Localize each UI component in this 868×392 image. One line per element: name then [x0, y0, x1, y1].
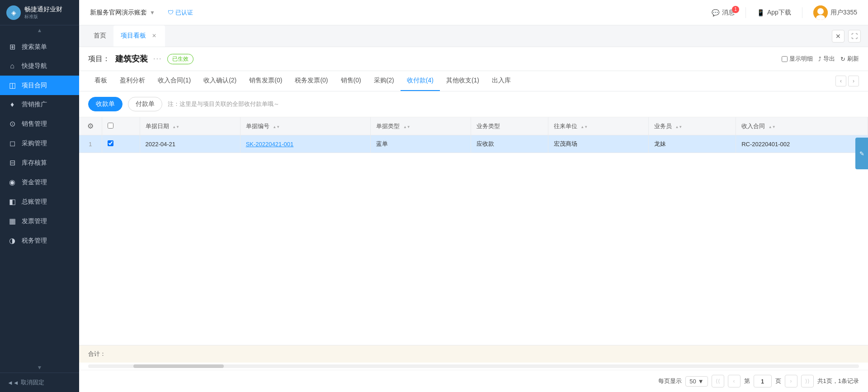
sub-tab-sales[interactable]: 销售(0)	[335, 71, 368, 91]
sub-tabs: 看板 盈利分析 收入合同(1) 收入确认(2) 销售发票(0) 税务发票(0) …	[79, 71, 868, 91]
row-number[interactable]: SK-20220421-001	[240, 135, 371, 153]
sidebar-item-ledger-mgmt[interactable]: ◧ 总账管理	[0, 192, 79, 211]
show-detail-checkbox[interactable]: 显示明细	[782, 55, 813, 63]
sub-tab-other-expense[interactable]: 其他收支(1)	[440, 71, 486, 91]
sidebar-item-label: 库存核算	[22, 159, 47, 167]
partner-column-header[interactable]: 往来单位 ▲▼	[548, 117, 648, 135]
tab-maximize-button[interactable]: ⛶	[848, 30, 861, 43]
project-header: 项目： 建筑安装 ··· 已生效 显示明细 ⤴ 导出 ↻ 刷新	[79, 47, 868, 71]
row-partner: 宏茂商场	[548, 135, 648, 153]
sidebar-scroll-up[interactable]: ▲	[0, 25, 79, 35]
page-size-selector[interactable]: 50 ▼	[685, 376, 708, 387]
app-download-button[interactable]: 📱 App下载	[753, 7, 795, 19]
filter-bar: 收款单 付款单 注：这里是与项目关联的全部收付款单哦～	[79, 91, 868, 117]
scrollbar-track[interactable]	[88, 364, 859, 368]
tab-close-window-button[interactable]: ✕	[832, 30, 844, 43]
payment-filter-button[interactable]: 付款单	[128, 97, 162, 111]
sidebar-item-label: 总账管理	[22, 198, 47, 206]
user-menu-button[interactable]: 用户3355	[810, 4, 861, 22]
refresh-button[interactable]: ↻ 刷新	[840, 55, 859, 63]
sub-tab-prev-arrow[interactable]: ‹	[835, 76, 846, 86]
row-biz-type: 应收款	[471, 135, 548, 153]
sidebar-pin-toggle[interactable]: ◄◄ 取消固定	[0, 373, 79, 392]
settings-column-header[interactable]: ⚙	[79, 117, 102, 135]
table-header: ⚙ 单据日期 ▲▼ 单据编号 ▲▼	[79, 117, 868, 135]
income-contract-column-header[interactable]: 收入合同 ▲▼	[736, 117, 868, 135]
divider	[745, 7, 746, 18]
sidebar-item-tax-mgmt[interactable]: ◑ 税务管理	[0, 231, 79, 250]
tab-close-icon[interactable]: ✕	[151, 32, 158, 39]
last-page-button[interactable]: ⟩⟩	[801, 375, 814, 387]
table-footer: 合计：	[79, 345, 868, 363]
number-sort-icon[interactable]: ▲▼	[273, 125, 280, 129]
next-page-button[interactable]: ›	[785, 375, 797, 387]
receipt-filter-button[interactable]: 收款单	[88, 97, 123, 111]
sidebar-item-sales-mgmt[interactable]: ⊙ 销售管理	[0, 114, 79, 134]
type-column-header[interactable]: 单据类型 ▲▼	[371, 117, 471, 135]
prev-page-button[interactable]: ‹	[728, 375, 741, 387]
sub-tab-purchase[interactable]: 采购(2)	[368, 71, 401, 91]
sidebar-item-purchase-mgmt[interactable]: ◻ 采购管理	[0, 134, 79, 153]
salesman-sort-icon[interactable]: ▲▼	[675, 125, 682, 129]
marketing-icon: ♦	[7, 100, 17, 109]
export-label: 导出	[823, 55, 835, 63]
sub-tab-sales-invoice[interactable]: 销售发票(0)	[243, 71, 288, 91]
sub-tab-next-arrow[interactable]: ›	[848, 76, 859, 86]
type-sort-icon[interactable]: ▲▼	[403, 125, 410, 129]
select-all-checkbox[interactable]	[108, 123, 113, 129]
app-name: 畅捷通好业财	[24, 5, 62, 13]
row-type: 蓝单	[371, 135, 471, 153]
number-column-header[interactable]: 单据编号 ▲▼	[240, 117, 371, 135]
feedback-button[interactable]: ✎	[855, 138, 868, 169]
sidebar-item-label: 营销推广	[22, 100, 47, 109]
sub-tab-profit[interactable]: 盈利分析	[113, 71, 151, 91]
sub-tab-board[interactable]: 看板	[88, 71, 113, 91]
sidebar-item-invoice-mgmt[interactable]: ▦ 发票管理	[0, 211, 79, 231]
project-more-icon[interactable]: ···	[153, 55, 162, 63]
tab-actions: ✕ ⛶	[832, 30, 861, 43]
sub-tab-income-confirm[interactable]: 收入确认(2)	[197, 71, 243, 91]
scrollbar-thumb[interactable]	[133, 364, 224, 368]
sub-tab-warehouse[interactable]: 出入库	[486, 71, 517, 91]
sales-mgmt-icon: ⊙	[7, 120, 17, 128]
partner-sort-icon[interactable]: ▲▼	[580, 125, 588, 129]
date-column-header[interactable]: 单据日期 ▲▼	[140, 117, 240, 135]
tabbar: 首页 项目看板 ✕ ✕ ⛶	[79, 25, 868, 47]
pagination: 每页显示 50 ▼ ⟨⟨ ‹ 第 页 › ⟩⟩ 共1页，1条记录	[79, 370, 868, 392]
sidebar-scroll-down[interactable]: ▼	[0, 363, 79, 373]
sidebar-item-quick-nav[interactable]: ⌂ 快捷导航	[0, 57, 79, 76]
table-row[interactable]: 1 2022-04-21 SK-20220421-001 蓝单 应收款 宏茂商场…	[79, 135, 868, 153]
sidebar: ◈ 畅捷通好业财 标准版 ▲ ⊞ 搜索菜单 ⌂ 快捷导航 ◫ 项目合同 ♦ 营销…	[0, 0, 79, 392]
salesman-column-header[interactable]: 业务员 ▲▼	[648, 117, 736, 135]
sidebar-item-inventory[interactable]: ⊟ 库存核算	[0, 153, 79, 172]
show-detail-input[interactable]	[782, 56, 788, 62]
avatar	[813, 5, 828, 20]
sidebar-item-marketing[interactable]: ♦ 营销推广	[0, 95, 79, 114]
export-button[interactable]: ⤴ 导出	[818, 55, 835, 63]
sub-tab-tax-invoice[interactable]: 税务发票(0)	[288, 71, 334, 91]
sidebar-item-project-contract[interactable]: ◫ 项目合同	[0, 76, 79, 95]
table-container: ✎ ⚙ 单据日期 ▲▼	[79, 117, 868, 345]
income-contract-sort-icon[interactable]: ▲▼	[769, 125, 776, 129]
row-checkbox[interactable]	[108, 140, 113, 146]
tab-home[interactable]: 首页	[86, 25, 113, 47]
document-link[interactable]: SK-20220421-001	[246, 141, 294, 148]
settings-icon[interactable]: ⚙	[87, 122, 94, 130]
sidebar-item-fund-mgmt[interactable]: ◉ 资金管理	[0, 172, 79, 192]
purchase-mgmt-icon: ◻	[7, 139, 17, 148]
page-size-chevron: ▼	[698, 378, 704, 385]
tab-project-board[interactable]: 项目看板 ✕	[113, 25, 165, 47]
sub-tab-income-contract[interactable]: 收入合同(1)	[151, 71, 197, 91]
message-button[interactable]: 💬 消息 1	[708, 7, 738, 19]
date-sort-icon[interactable]: ▲▼	[172, 125, 179, 129]
page-number-input[interactable]	[754, 375, 772, 387]
row-index: 1	[79, 135, 102, 153]
first-page-button[interactable]: ⟨⟨	[712, 375, 724, 387]
topbar-left: 新服务官网演示账套 ▼ 🛡 已认证	[86, 7, 708, 19]
invoice-mgmt-icon: ▦	[7, 217, 17, 225]
sub-tab-payment[interactable]: 收付款(4)	[401, 71, 440, 91]
filter-note: 注：这里是与项目关联的全部收付款单哦～	[168, 100, 279, 108]
account-name: 新服务官网演示账套	[90, 9, 147, 17]
sidebar-item-search[interactable]: ⊞ 搜索菜单	[0, 37, 79, 57]
account-selector[interactable]: 新服务官网演示账套 ▼	[86, 7, 159, 19]
